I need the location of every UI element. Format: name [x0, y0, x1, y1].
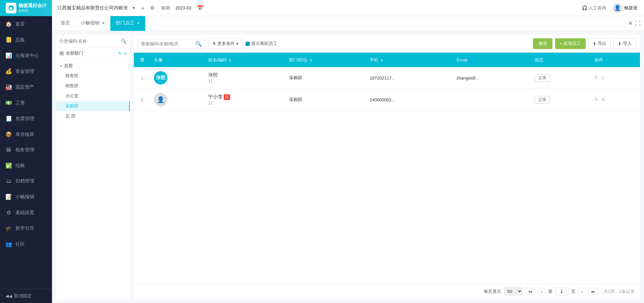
logo-icon: 畅 [6, 3, 16, 13]
col-settings-icon[interactable]: ⚙ [140, 57, 145, 63]
page-next-btn[interactable]: › [578, 288, 586, 295]
unpin-btn[interactable]: ◀◀ 取消固定 [0, 289, 52, 303]
emp-code: 12 [208, 101, 282, 105]
sidebar-item-label-inventory: 库存核算 [15, 132, 34, 138]
period-label: 账期 [161, 5, 170, 11]
logout-icon[interactable]: ⎋ [602, 75, 604, 81]
col-action: 操作 [591, 53, 640, 67]
company-dropdown-btn[interactable]: ▼ [132, 6, 136, 10]
sidebar-item-label-xiaochang: 小畅报销 [15, 194, 34, 200]
import-btn[interactable]: ⬇ 导入 [613, 38, 636, 49]
col-settings[interactable]: ⚙ [134, 53, 151, 67]
page-last-btn[interactable]: ⏭ [588, 288, 598, 295]
tab-xiaochang-close[interactable]: ✕ [102, 21, 105, 26]
sidebar-item-label-cloud-report: 云报表中心 [15, 53, 39, 59]
logo-area: 畅 畅捷通好会计 旗舰版 [0, 0, 52, 16]
page-prev-btn[interactable]: ‹ [538, 288, 545, 295]
home-icon: 🏠 [5, 21, 12, 27]
page-first-btn[interactable]: ⏮ [525, 288, 535, 295]
settings-btn-top[interactable]: ⚙ [150, 5, 155, 11]
cell-action: ✎⎋ [591, 67, 640, 89]
headset-icon: 🎧 [582, 5, 587, 10]
dept-group-hq: ▼ 总部 财务部 销售部 办公室 采购部 总 部 [56, 61, 130, 121]
edit-icon[interactable]: ✎ [594, 75, 598, 81]
table-header-row: ⚙ 头像 姓名/编码 ⇅ 部门/职位 ⇅ 手机 ⇅ [134, 53, 640, 67]
calendar-icon[interactable]: 📅 [197, 5, 204, 11]
filter-btn[interactable]: ⚗ 更多条件 ▾ [208, 39, 242, 49]
dept-search-input[interactable] [59, 39, 119, 44]
dept-header-icons: ✎ « [118, 51, 126, 56]
export-btn[interactable]: ⬆ 导出 [588, 38, 611, 49]
dept-collapse-btn[interactable]: « [124, 51, 126, 56]
search-input[interactable] [141, 41, 193, 46]
invite-btn[interactable]: 邀请 [533, 38, 552, 49]
dept-search-icon[interactable]: 🔍 [121, 38, 126, 44]
dept-header: ⊞ 全部部门 ✎ « [56, 47, 130, 59]
add-employee-btn[interactable]: + 新增员工 [555, 38, 586, 49]
user-info[interactable]: 👤 畅捷通 [613, 3, 637, 13]
col-dept[interactable]: 部门/职位 ⇅ [286, 53, 367, 67]
tab-xiaochang[interactable]: 小畅报销 ✕ [75, 16, 110, 31]
dept-bangongshi[interactable]: 办公室 [56, 91, 130, 101]
page-size-select[interactable]: 50 10 20 100 [504, 287, 523, 296]
sidebar-item-archive[interactable]: 🗂 归档管理 [0, 173, 52, 189]
tab-home[interactable]: 首页 [55, 16, 75, 31]
table-row: 2👤宁小雪应12采购部140000002...正常✎↻ [134, 89, 640, 111]
sidebar-item-xiaochang[interactable]: 📝 小畅报销 [0, 189, 52, 205]
all-dept-label[interactable]: 全部部门 [66, 50, 116, 56]
sidebar-item-salary[interactable]: 💵 工资 [0, 95, 52, 111]
sidebar-item-tax[interactable]: 🏛 税务管理 [0, 142, 52, 158]
cell-status: 正常 [531, 67, 591, 89]
refresh-icon[interactable]: ↻ [602, 97, 606, 102]
page-input[interactable] [555, 288, 569, 295]
sidebar-item-home[interactable]: 🏠 首页 [0, 16, 52, 32]
ledger-icon: 📒 [5, 37, 12, 43]
dept-edit-btn[interactable]: ✎ [118, 51, 122, 56]
dept-search-area: 🔍 [56, 35, 130, 47]
dept-group-hq-header[interactable]: ▼ 总部 [56, 61, 130, 71]
sidebar-item-ledger[interactable]: 📒 总账 [0, 32, 52, 48]
cell-dept: 采购部 [286, 67, 367, 89]
edit-icon[interactable]: ✎ [594, 97, 598, 102]
show-resigned-checkbox-area[interactable]: 显示离职员工 [246, 41, 277, 47]
tab-close-all-btn[interactable]: ✕ [628, 20, 633, 27]
sidebar-item-settings[interactable]: ⚙ 基础设置 [0, 205, 52, 220]
status-badge: 正常 [535, 74, 550, 82]
col-avatar: 头像 [151, 53, 205, 67]
tax-icon: 🏛 [5, 147, 12, 153]
user-avatar-icon: 👤 [614, 5, 621, 11]
sidebar-item-fixed-asset[interactable]: 🏭 固定资产 [0, 79, 52, 95]
tab-dept-employee[interactable]: 部门员工 ✕ [110, 16, 145, 31]
left-panel: 🔍 ⊞ 全部部门 ✎ « ▼ 总部 财务 [56, 35, 130, 299]
company-name[interactable]: 江西服宝精品有限责任公司内账张 [57, 5, 128, 11]
sidebar-item-label-partner: 社区 [15, 241, 25, 247]
tab-dept-employee-close[interactable]: ✕ [137, 21, 140, 26]
dept-zongbu[interactable]: 总 部 [56, 111, 130, 121]
page-size-label: 每页显示 [484, 289, 501, 295]
sidebar-item-guide[interactable]: 🎓 新手引导 [0, 220, 52, 236]
partner-icon: 👥 [5, 241, 12, 247]
add-tab-btn[interactable]: ＋ [140, 5, 146, 11]
settle-icon: ✅ [5, 162, 12, 169]
tab-maximize-btn[interactable]: ⛶ [635, 20, 641, 27]
dept-caiwu[interactable]: 财务部 [56, 71, 130, 81]
dept-xiaoshou[interactable]: 销售部 [56, 81, 130, 91]
sidebar-item-invoice[interactable]: 🧾 发票管理 [0, 111, 52, 127]
search-icon[interactable]: 🔍 [195, 41, 202, 47]
cloud-report-icon: 📊 [5, 52, 12, 59]
sidebar-item-settle[interactable]: ✅ 结账 [0, 158, 52, 173]
sidebar-item-cloud-report[interactable]: 📊 云报表中心 [0, 48, 52, 63]
toolbar: 🔍 ⚗ 更多条件 ▾ 显示离职员工 邀请 + 新增员工 [134, 35, 640, 53]
cell-email [453, 89, 531, 111]
col-name[interactable]: 姓名/编码 ⇅ [205, 53, 286, 67]
dept-caigou[interactable]: 采购部 [56, 101, 130, 111]
sidebar-item-inventory[interactable]: 📦 库存核算 [0, 127, 52, 142]
period-value: 2023-03 [175, 5, 192, 10]
sidebar-item-partner[interactable]: 👥 社区 [0, 236, 52, 252]
show-resigned-label: 显示离职员工 [251, 41, 277, 47]
col-phone[interactable]: 手机 ⇅ [366, 53, 453, 67]
service-btn[interactable]: 🎧 人工咨询 [582, 5, 606, 11]
show-resigned-checkbox[interactable] [246, 42, 250, 46]
invoice-icon: 🧾 [5, 115, 12, 122]
sidebar-item-fund[interactable]: 💰 资金管理 [0, 63, 52, 79]
